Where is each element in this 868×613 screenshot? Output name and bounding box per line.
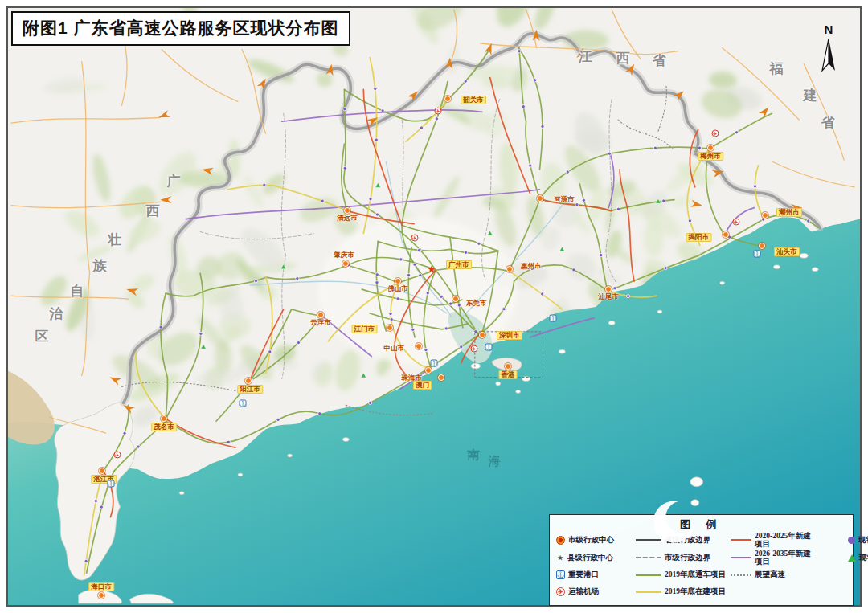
service-area-dot	[84, 559, 88, 562]
legend-item-airport: ✈ 运输机场	[556, 586, 636, 597]
service-area-dot	[662, 199, 665, 202]
service-area-dot	[375, 281, 379, 284]
service-area-dot	[227, 440, 230, 443]
proj-2020-swatch	[731, 539, 751, 541]
legend-item-constr-2019: 2019年底在建项目	[636, 586, 731, 597]
service-area-dot	[250, 378, 253, 382]
legend-label: 省级行政边界	[665, 535, 710, 546]
parking-area-icon	[848, 554, 856, 562]
service-area-dot	[688, 219, 691, 223]
service-area-dot	[254, 279, 257, 282]
service-area-dot	[664, 267, 667, 270]
service-area-dot	[572, 268, 575, 272]
service-area-dot	[566, 170, 569, 174]
service-area-dot	[369, 401, 372, 404]
north-label: N	[825, 22, 833, 36]
page: 广西壮族自治区江西省福建省南海韶关市清远市河源市梅州市潮州市揭阳市汕头市汕尾市惠…	[0, 0, 868, 613]
service-area-dot	[137, 445, 140, 448]
service-area-dot	[753, 185, 756, 188]
legend-item-prospect: 展望高速	[731, 570, 848, 580]
service-area-dot	[375, 273, 379, 276]
service-area-dot	[541, 292, 544, 296]
service-area-dot	[94, 500, 97, 503]
service-area-dot	[420, 126, 423, 129]
service-area-dot	[419, 274, 422, 277]
legend-item-city-center: 市级行政中心	[556, 535, 636, 546]
legend-grid: 市级行政中心 省级行政边界 2020-2025年新建项目 现状服务区 ★ 县级行…	[556, 532, 846, 600]
legend-item-service-area: 现状服务区	[848, 535, 868, 546]
service-area-dot	[533, 79, 536, 82]
legend-label: 市级行政中心	[568, 535, 614, 546]
service-area-dot	[457, 304, 461, 307]
map-title: 附图1 广东省高速公路服务区现状分布图	[23, 18, 339, 37]
service-area-dot	[389, 312, 392, 315]
legend-item-proj-2026: 2026-2035年新建项目	[731, 550, 848, 566]
service-area-dot	[435, 117, 438, 121]
legend-item-city-boundary: 市级行政边界	[636, 553, 731, 563]
service-area-dot	[347, 264, 350, 267]
legend-label: 2020-2025年新建项目	[755, 532, 814, 549]
service-area-dot	[268, 350, 272, 353]
legend-item-proj-2020: 2020-2025年新建项目	[731, 532, 848, 549]
service-area-dot	[608, 152, 611, 155]
service-area-dot	[374, 87, 377, 90]
county-center-marker-icon: ★	[556, 554, 564, 562]
legend-label: 展望高速	[755, 570, 785, 580]
service-area-dot	[123, 431, 126, 435]
service-area-dot	[728, 235, 731, 239]
service-area-dot	[575, 203, 579, 206]
service-area-dot	[613, 287, 616, 290]
service-area-dot	[318, 412, 321, 415]
legend-label: 2019年底通车项目	[665, 570, 726, 580]
map-title-box: 附图1 广东省高速公路服务区现状分布图	[11, 11, 350, 46]
legend-item-county-center: ★ 县级行政中心	[556, 553, 636, 563]
service-area-dot	[343, 108, 346, 111]
service-area-dot	[698, 146, 701, 149]
legend-item-prov-boundary: 省级行政边界	[636, 535, 731, 546]
service-area-dot	[807, 219, 810, 223]
service-area-dot	[522, 105, 525, 108]
service-area-dot	[468, 266, 471, 269]
service-area-dot	[518, 50, 521, 53]
service-area-dot	[375, 138, 378, 141]
legend-label: 运输机场	[568, 586, 599, 597]
city-boundary-swatch	[636, 557, 661, 558]
legend-label: 重要港口	[568, 570, 599, 580]
service-area-dot	[413, 263, 416, 266]
service-area-dot	[276, 418, 280, 421]
airport-icon: ✈	[556, 587, 565, 596]
service-area-dot	[762, 218, 765, 221]
prospect-swatch	[731, 574, 751, 576]
service-area-dot	[381, 109, 384, 112]
service-area-dot	[263, 183, 266, 186]
service-area-dot	[477, 242, 481, 245]
service-area-dot	[343, 166, 346, 170]
service-area-dot	[399, 258, 403, 261]
service-area-dot	[653, 146, 657, 149]
service-area-dot	[396, 297, 399, 300]
service-area-dot	[735, 131, 738, 134]
service-area-dot	[529, 164, 532, 167]
legend-label: 现状停车区	[859, 553, 868, 563]
service-area-dot	[159, 325, 162, 329]
constr-2019-swatch	[636, 591, 661, 593]
service-area-dot	[407, 273, 410, 276]
service-area-dot	[582, 198, 585, 202]
service-area-dot	[411, 328, 415, 331]
service-area-dot	[530, 267, 534, 270]
legend-label: 2019年底在建项目	[665, 586, 726, 597]
service-area-dot	[600, 254, 603, 257]
service-area-icon	[848, 537, 855, 544]
legend-label: 现状服务区	[858, 535, 868, 546]
service-area-dot	[297, 341, 300, 344]
service-area-dot	[424, 349, 428, 352]
service-area-dot	[369, 198, 372, 201]
service-area-dot	[474, 330, 477, 333]
service-area-dot	[426, 292, 429, 295]
service-area-dot	[444, 327, 448, 330]
legend-item-port: ⚓ 重要港口	[556, 570, 636, 580]
proj-2026-swatch	[731, 557, 751, 558]
service-area-dot	[464, 251, 467, 254]
service-area-dot	[321, 199, 324, 202]
service-area-dot	[296, 277, 299, 280]
